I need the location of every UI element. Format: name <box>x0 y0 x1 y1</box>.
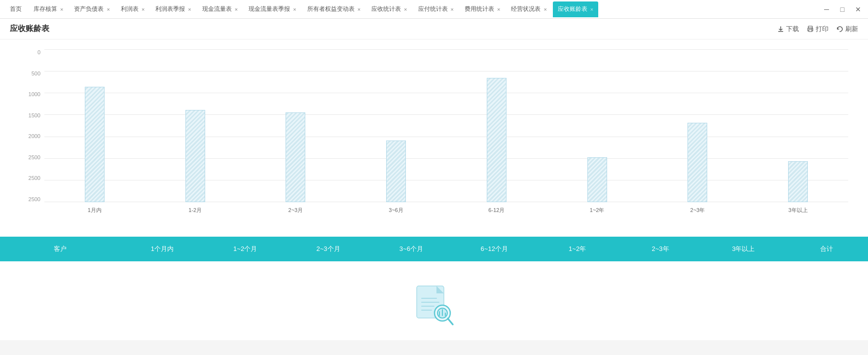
th-year12: 1~2年 <box>536 245 618 253</box>
th-year3plus: 3年以上 <box>702 245 785 253</box>
header-actions: 下载 打印 刷新 <box>777 25 858 34</box>
th-month612: 6~12个月 <box>453 245 536 253</box>
main-content: 2500 2500 2500 2000 1500 1000 500 0 <box>0 39 868 340</box>
print-icon <box>807 26 814 33</box>
tab-ap-stats[interactable]: 应付统计表 × <box>413 1 459 17</box>
bar-0 <box>85 87 105 202</box>
bars-container: 1月内1-2月2~3月3~6月6-12月1~2年2~3年3年以上 <box>44 49 848 217</box>
print-button[interactable]: 打印 <box>807 25 829 34</box>
th-customer: 客户 <box>0 245 121 253</box>
y-label-2: 2500 <box>29 154 40 160</box>
close-icon[interactable]: × <box>142 6 145 12</box>
bar-group-3: 3~6月 <box>346 49 446 202</box>
refresh-icon <box>836 26 843 33</box>
close-icon[interactable]: × <box>543 6 546 12</box>
page-header: 应收账龄表 下载 打印 刷新 <box>0 19 868 39</box>
minimize-button[interactable]: ─ <box>821 3 832 15</box>
tab-balance-sheet[interactable]: 资产负债表 × <box>69 1 114 17</box>
tab-profit[interactable]: 利润表 × <box>116 1 149 17</box>
svg-point-4 <box>811 29 812 30</box>
bar-label-7: 3年以上 <box>789 207 808 214</box>
tab-bar: 首页 库存核算 × 资产负债表 × 利润表 × 利润表季报 × 现金流量表 × … <box>0 0 868 19</box>
maximize-button[interactable]: □ <box>836 3 848 15</box>
y-label-1: 2500 <box>29 175 40 181</box>
close-icon[interactable]: × <box>188 6 191 12</box>
bar-group-5: 1~2年 <box>547 49 648 202</box>
tab-home[interactable]: 首页 <box>4 1 28 17</box>
close-icon[interactable]: × <box>358 6 361 12</box>
bar-label-6: 2~3年 <box>690 207 705 214</box>
close-icon[interactable]: × <box>590 6 593 12</box>
chart-body: 1月内1-2月2~3月3~6月6-12月1~2年2~3年3年以上 <box>44 49 848 217</box>
th-month36: 3~6个月 <box>370 245 453 253</box>
bar-1 <box>185 110 205 202</box>
tab-ar-stats[interactable]: 应收统计表 × <box>366 1 412 17</box>
bar-4 <box>487 78 506 202</box>
y-label-5: 1000 <box>29 91 40 97</box>
close-icon[interactable]: × <box>235 6 238 12</box>
y-label-4: 1500 <box>29 112 40 118</box>
svg-rect-0 <box>778 31 783 32</box>
close-window-button[interactable]: ✕ <box>852 3 864 15</box>
bar-label-0: 1月内 <box>88 207 102 214</box>
download-button[interactable]: 下载 <box>777 25 799 34</box>
th-total: 合计 <box>785 245 868 253</box>
th-month12: 1~2个月 <box>204 245 287 253</box>
close-icon[interactable]: × <box>404 6 407 12</box>
bar-group-2: 2~3月 <box>246 49 346 202</box>
tab-ar-aging[interactable]: 应收账龄表 × <box>553 1 598 17</box>
page-title: 应收账龄表 <box>10 24 49 34</box>
bar-group-0: 1月内 <box>44 49 145 202</box>
svg-rect-3 <box>809 30 812 32</box>
chart-container: 2500 2500 2500 2000 1500 1000 500 0 <box>20 49 848 217</box>
chart-area: 2500 2500 2500 2000 1500 1000 500 0 <box>0 39 868 237</box>
bar-group-4: 6-12月 <box>446 49 547 202</box>
bar-2 <box>286 112 305 202</box>
y-label-0: 2500 <box>29 196 40 202</box>
th-month1: 1个月内 <box>121 245 204 253</box>
empty-illustration <box>407 281 461 330</box>
bar-label-5: 1~2年 <box>590 207 605 214</box>
bar-5 <box>587 157 607 202</box>
bar-label-3: 3~6月 <box>389 207 403 214</box>
bar-3 <box>386 141 406 202</box>
empty-state <box>0 261 868 340</box>
y-label-7: 0 <box>37 49 40 55</box>
tab-cashflow[interactable]: 现金流量表 × <box>197 1 243 17</box>
tab-expense-stats[interactable]: 费用统计表 × <box>460 1 505 17</box>
table-header: 客户 1个月内 1~2个月 2~3个月 3~6个月 6~12个月 1~2年 2~… <box>0 237 868 261</box>
y-label-6: 500 <box>32 71 40 76</box>
close-icon[interactable]: × <box>451 6 454 12</box>
y-label-3: 2000 <box>29 133 40 139</box>
refresh-button[interactable]: 刷新 <box>836 25 858 34</box>
th-year23: 2~3年 <box>619 245 702 253</box>
bar-label-1: 1-2月 <box>188 207 202 214</box>
tab-inventory[interactable]: 库存核算 × <box>29 1 68 17</box>
download-icon <box>777 26 784 33</box>
close-icon[interactable]: × <box>107 6 109 12</box>
y-axis: 2500 2500 2500 2000 1500 1000 500 0 <box>20 49 44 217</box>
bar-group-1: 1-2月 <box>145 49 246 202</box>
bar-group-7: 3年以上 <box>748 49 848 202</box>
tab-equity[interactable]: 所有者权益变动表 × <box>302 1 365 17</box>
bar-group-6: 2~3年 <box>648 49 748 202</box>
tab-business-status[interactable]: 经营状况表 × <box>506 1 551 17</box>
tab-bar-end: ─ □ ✕ <box>821 3 864 15</box>
close-icon[interactable]: × <box>497 6 500 12</box>
bar-6 <box>687 123 707 202</box>
th-month23: 2~3个月 <box>287 245 369 253</box>
bar-label-4: 6-12月 <box>488 207 505 214</box>
tab-profit-quarterly[interactable]: 利润表季报 × <box>150 1 196 17</box>
close-icon[interactable]: × <box>293 6 296 12</box>
close-icon[interactable]: × <box>60 6 63 12</box>
svg-line-12 <box>448 319 453 324</box>
bar-7 <box>788 161 808 202</box>
tab-cashflow-quarterly[interactable]: 现金流量表季报 × <box>244 1 301 17</box>
bar-label-2: 2~3月 <box>289 207 303 214</box>
